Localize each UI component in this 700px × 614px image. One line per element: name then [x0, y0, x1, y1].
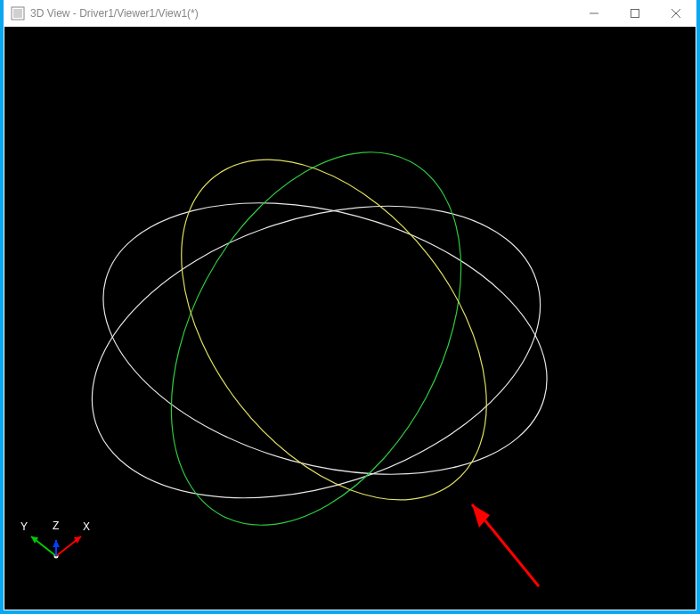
svg-rect-1	[13, 9, 22, 18]
orbit-ellipse-yellow	[119, 102, 548, 557]
svg-marker-12	[74, 536, 81, 544]
annotation-arrow-icon	[472, 504, 539, 586]
svg-rect-3	[631, 10, 639, 18]
window-controls	[574, 0, 696, 27]
orbit-ellipse-white-1	[54, 153, 577, 551]
application-window: 3D View - Driver1/Viewer1/View1(*)	[4, 0, 696, 610]
axis-label-x: X	[83, 520, 90, 533]
svg-marker-14	[53, 540, 60, 547]
titlebar[interactable]: 3D View - Driver1/Viewer1/View1(*)	[4, 0, 696, 27]
viewport-canvas	[4, 27, 696, 610]
close-button[interactable]	[655, 0, 696, 27]
window-title: 3D View - Driver1/Viewer1/View1(*)	[30, 7, 574, 20]
axis-label-z: Z	[53, 520, 59, 532]
axis-gizmo[interactable]: Y Z X	[20, 512, 92, 574]
orbit-ellipse-green	[112, 103, 520, 575]
minimize-button[interactable]	[574, 0, 615, 27]
window-icon	[11, 6, 25, 20]
svg-marker-10	[31, 536, 38, 544]
3d-viewport[interactable]: Y Z X	[4, 27, 696, 610]
axis-label-y: Y	[20, 520, 28, 533]
maximize-button[interactable]	[615, 0, 655, 27]
